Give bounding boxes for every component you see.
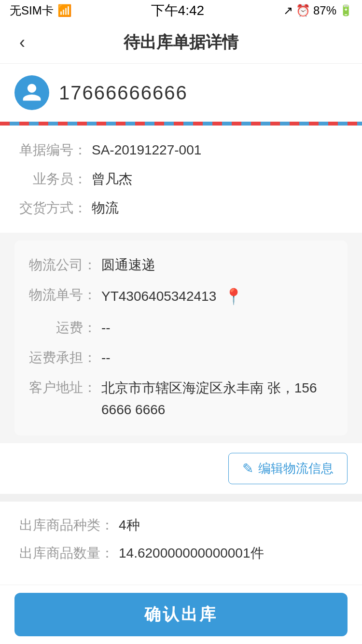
edit-btn-row: ✎ 编辑物流信息 [0,443,362,494]
address-row: 客户地址： 北京市市辖区海淀区永丰南 张，156 6666 6666 [29,378,333,421]
freight-bearer-label: 运费承担： [29,348,97,368]
status-time: 下午4:42 [151,1,205,20]
order-no-value: SA-20191227-001 [92,140,343,160]
confirm-btn-wrapper: 确认出库 [0,585,362,644]
salesman-label: 业务员： [19,169,87,189]
goods-section: 出库商品种类： 4种 出库商品数量： 14.620000000000001件 [0,502,362,577]
company-row: 物流公司： 圆通速递 [29,255,333,275]
tracking-label: 物流单号： [29,285,97,305]
freight-label: 运费： [29,318,97,338]
carrier-text: 无SIM卡 [10,3,54,18]
address-label: 客户地址： [29,378,97,398]
battery-icon: 🔋 [339,4,352,17]
freight-value: -- [101,318,333,338]
page-title: 待出库单据详情 [124,31,238,54]
dashed-divider [0,122,362,126]
goods-type-value: 4种 [119,516,140,534]
delivery-label: 交货方式： [19,198,87,218]
freight-row: 运费： -- [29,318,333,338]
status-bar: 无SIM卡 📶 下午4:42 ↗ ⏰ 87% 🔋 [0,0,362,21]
logistics-card: 物流公司： 圆通速递 物流单号： YT43064053424​13 📍 运费： … [14,240,348,435]
delivery-row: 交货方式： 物流 [19,198,343,218]
avatar [14,75,49,110]
customer-phone: 17666666666 [59,82,188,104]
edit-btn-label: 编辑物流信息 [258,460,334,477]
status-right: ↗ ⏰ 87% 🔋 [283,4,352,17]
customer-section: 17666666666 [0,64,362,122]
status-left: 无SIM卡 📶 [10,3,72,18]
wifi-icon: 📶 [57,4,72,17]
back-button[interactable]: ‹ [14,28,30,57]
tracking-value: YT43064053424​13 📍 [101,285,333,308]
location-status-icon: ↗ [283,4,293,17]
edit-logistics-button[interactable]: ✎ 编辑物流信息 [228,453,348,484]
order-info-section: 单据编号： SA-20191227-001 业务员： 曾凡杰 交货方式： 物流 [0,126,362,233]
person-icon [21,82,42,103]
confirm-outbound-button[interactable]: 确认出库 [14,593,348,636]
address-value: 北京市市辖区海淀区永丰南 张，156 6666 6666 [101,378,333,421]
salesman-row: 业务员： 曾凡杰 [19,169,343,189]
delivery-value: 物流 [92,198,343,218]
goods-quantity-label: 出库商品数量： [19,544,114,562]
alarm-icon: ⏰ [296,4,310,17]
map-location-icon[interactable]: 📍 [224,285,243,308]
goods-type-row: 出库商品种类： 4种 [19,516,343,534]
edit-icon: ✎ [242,461,253,476]
battery-text: 87% [313,4,336,17]
order-no-label: 单据编号： [19,140,87,160]
freight-bearer-row: 运费承担： -- [29,348,333,368]
goods-quantity-row: 出库商品数量： 14.620000000000001件 [19,544,343,562]
company-label: 物流公司： [29,255,97,275]
goods-type-label: 出库商品种类： [19,516,114,534]
freight-bearer-value: -- [101,348,333,368]
company-value: 圆通速递 [101,255,333,275]
tracking-row: 物流单号： YT43064053424​13 📍 [29,285,333,308]
order-no-row: 单据编号： SA-20191227-001 [19,140,343,160]
section-divider [0,494,362,502]
nav-bar: ‹ 待出库单据详情 [0,21,362,64]
goods-quantity-value: 14.620000000000001件 [119,544,264,562]
salesman-value: 曾凡杰 [92,169,343,189]
